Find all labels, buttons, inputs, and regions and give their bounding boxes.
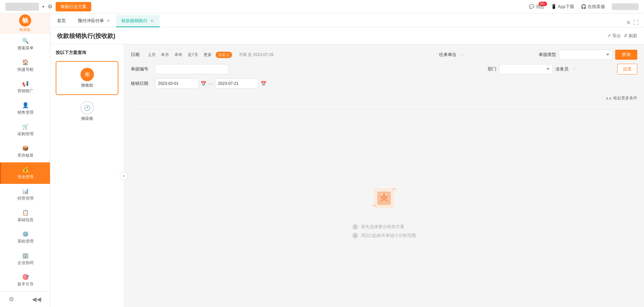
sidebar-item-operation[interactable]: 📊 经营管理 (0, 184, 50, 205)
collapse-left-panel-button[interactable]: « (120, 172, 128, 180)
system-icon: ⚙️ (22, 231, 29, 237)
hint-num-2: 2 (352, 233, 358, 239)
message-button[interactable]: 💬 消息 99+ (529, 4, 544, 10)
sidebar-bottom: ⚙ ◀◀ (0, 291, 50, 307)
svg-rect-6 (385, 194, 387, 195)
app-logo (5, 3, 39, 11)
calendar-start-icon[interactable]: 📅 (201, 81, 206, 86)
doc-no-label: 单据编号 (131, 66, 148, 72)
home-icon: 🏠 (22, 59, 29, 65)
sidebar-label-enterprise: 企业协同 (17, 260, 34, 266)
close-tab-icon[interactable]: ✕ (626, 19, 631, 26)
tab-prepayment[interactable]: 预付冲应付单 ✕ (72, 15, 116, 27)
svg-text:¥: ¥ (86, 72, 88, 76)
dropdown-arrow-icon[interactable]: ▾ (42, 4, 44, 9)
tab-prepayment-label: 预付冲应付单 (78, 18, 104, 24)
filter-option-by-receipt-label: 按收款 (81, 83, 93, 88)
sidebar-item-guide[interactable]: 🎯 新手引导 (0, 270, 50, 291)
sidebar-item-purchase[interactable]: 🛒 采购管理 (0, 119, 50, 141)
doc-no-input[interactable] (155, 64, 229, 74)
content-divider (131, 109, 637, 109)
message-badge: 99+ (539, 2, 547, 6)
sidebar-item-quick-nav[interactable]: 🏠 快捷导航 (0, 55, 50, 76)
operation-icon: 📊 (22, 188, 29, 194)
writeoff-start-input[interactable] (155, 79, 199, 89)
app-icon: 📱 (551, 4, 556, 9)
empty-hints: 1 请先选择要分析的方案 2 用[过滤]条件来缩小分析范围 (352, 224, 416, 239)
sidebar-nav: 🔍 搜索菜单 🏠 快捷导航 📢 营销推广 👤 销售管理 🛒 采购管理 📦 (0, 34, 50, 291)
search-icon: 🔍 (22, 38, 29, 44)
filter-panel-title: 按以下方案查询 (56, 50, 118, 56)
staff-dots-button[interactable]: ··· (571, 66, 578, 72)
filter-row-date: 日期 上月 本月 本年 近7天 更多 自定义 不限 至 2023-07-26 往… (131, 50, 637, 60)
calendar-end-icon[interactable]: 📅 (261, 81, 266, 86)
hint-num-1: 1 (352, 224, 358, 230)
query-button[interactable]: 查询 (615, 50, 637, 60)
dept-label: 部门 (488, 66, 496, 72)
tab-home[interactable]: 首页 (50, 15, 72, 27)
sidebar-label-finance: 资金管理 (17, 174, 34, 180)
sidebar-item-sales[interactable]: 👤 销售管理 (0, 98, 50, 119)
collapse-conditions-button[interactable]: ∧∧ 收起更多条件 (606, 95, 637, 101)
writeoff-end-input[interactable] (215, 79, 259, 89)
sidebar-item-inventory[interactable]: 📦 库存核算 (0, 141, 50, 162)
export-button[interactable]: ↗ 导出 (607, 33, 621, 39)
basic-info-icon: 📋 (22, 209, 29, 216)
sidebar-item-search-menu[interactable]: 🔍 搜索菜单 (0, 34, 50, 55)
gear-icon[interactable]: ⚙ (48, 3, 52, 10)
date-tab-last-month[interactable]: 上月 (146, 51, 157, 58)
collapse-sidebar-icon[interactable]: ◀◀ (32, 296, 41, 303)
content-area: 首页 预付冲应付单 ✕ 收款核销执行 ✕ ✕ ⛶ 收款核销执行(按收款) ↗ 导… (50, 13, 644, 307)
svg-rect-5 (381, 194, 383, 195)
sidebar-label-purchase: 采购管理 (17, 131, 34, 137)
page-title: 收款核销执行(按收款) (57, 32, 115, 40)
expand-icon[interactable]: ⛶ (633, 20, 639, 26)
empty-illustration (364, 178, 404, 218)
finance-icon: 💰 (22, 166, 29, 173)
receivable-icon: 🕐 (80, 101, 94, 114)
empty-state: 1 请先选择要分析的方案 2 用[过滤]条件来缩小分析范围 (131, 115, 637, 302)
app-download-button[interactable]: 📱 App下载 (551, 4, 574, 10)
tab-writeoff[interactable]: 收款核销执行 ✕ (116, 15, 160, 27)
settings-bottom-icon[interactable]: ⚙ (9, 296, 14, 303)
page-header: 收款核销执行(按收款) ↗ 导出 ↺ 刷新 (50, 28, 644, 44)
guide-icon: 🎯 (22, 274, 29, 280)
doc-type-select[interactable] (559, 50, 612, 60)
date-tab-7days[interactable]: 近7天 (186, 51, 200, 58)
topbar-left: ▾ ⚙ 体验行业方案 (5, 2, 91, 11)
date-tab-more[interactable]: 更多 (202, 51, 213, 58)
filter-row-docno: 单据编号 部门 业务员 ··· 设置 (131, 64, 637, 74)
empty-hint-2: 2 用[过滤]条件来缩小分析范围 (352, 233, 416, 239)
main-content: 日期 上月 本月 本年 近7天 更多 自定义 不限 至 2023-07-26 往… (124, 44, 644, 307)
date-range-text: 不限 至 2023-07-26 (239, 52, 274, 58)
sidebar-label-sales: 销售管理 (17, 110, 34, 115)
sidebar-item-basic-info[interactable]: 📋 基础信息 (0, 205, 50, 227)
sidebar-label-guide: 新手引导 (17, 282, 34, 287)
refresh-button[interactable]: ↺ 刷新 (624, 33, 637, 39)
date-tab-this-month[interactable]: 本月 (160, 51, 170, 58)
sidebar-item-marketing[interactable]: 📢 营销推广 (0, 76, 50, 98)
industry-solution-button[interactable]: 体验行业方案 (56, 2, 91, 11)
counterpart-dots-button[interactable]: ··· (459, 52, 466, 58)
sidebar: 畅 标准版 🔍 搜索菜单 🏠 快捷导航 📢 营销推广 👤 销售管理 🛒 (0, 13, 50, 307)
writeoff-date-range: 📅 — 📅 (155, 79, 266, 89)
filter-option-by-receipt[interactable]: ¥ 按收款 (59, 64, 115, 92)
receipt-icon: ¥ (80, 68, 94, 81)
tabbar: 首页 预付冲应付单 ✕ 收款核销执行 ✕ ✕ ⛶ (50, 13, 644, 28)
online-service-button[interactable]: 🎧 在线客服 (581, 4, 605, 10)
settings-button[interactable]: 设置 (617, 64, 637, 74)
sidebar-label-quick-nav: 快捷导航 (17, 67, 34, 72)
refresh-icon: ↺ (624, 33, 627, 38)
sidebar-item-finance[interactable]: 💰 资金管理 (0, 162, 50, 184)
sidebar-item-system[interactable]: ⚙️ 系统管理 (0, 227, 50, 248)
export-icon: ↗ (607, 33, 611, 38)
dept-select[interactable] (499, 64, 553, 74)
tab-prepayment-close[interactable]: ✕ (106, 18, 111, 23)
sidebar-item-enterprise[interactable]: 🏢 企业协同 (0, 248, 50, 270)
tab-writeoff-close[interactable]: ✕ (150, 18, 154, 23)
user-avatar[interactable] (612, 3, 639, 10)
date-tab-custom[interactable]: 自定义 (216, 52, 232, 58)
filter-option-by-receivable[interactable]: 🕐 按应收 (56, 98, 118, 125)
filter-container: 按以下方案查询 ¥ 按收款 🕐 (50, 44, 644, 307)
date-tab-this-year[interactable]: 本年 (173, 51, 184, 58)
